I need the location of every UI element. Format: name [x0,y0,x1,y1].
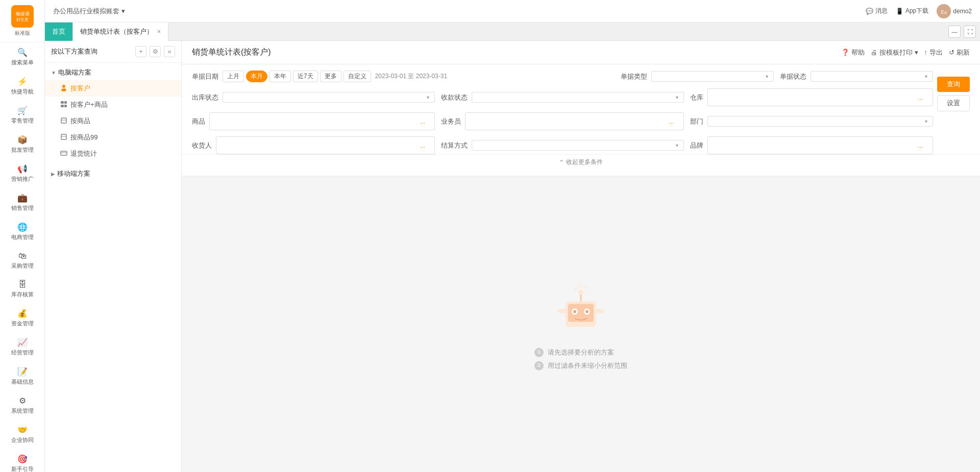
payment-select[interactable]: ▾ [472,140,684,151]
sidebar-item-marketing[interactable]: 📢 营销推广 [0,159,44,188]
sidebar-item-purchase[interactable]: 🛍 采购管理 [0,246,44,275]
export-label: 导出 [929,48,943,57]
scheme-item-goods99[interactable]: 按商品99 [45,129,181,146]
receiver-input[interactable]: ... [216,136,435,154]
gear-icon: ⚙ [153,48,158,55]
sidebar-label-enterprise: 企业协同 [11,436,34,444]
payment-label: 结算方式 [441,141,468,150]
settings-scheme-btn[interactable]: ⚙ [150,46,161,57]
sidebar-item-basic[interactable]: 📝 基础信息 [0,362,44,391]
help-btn[interactable]: ❓ 帮助 [841,48,865,57]
sidebar-item-wholesale[interactable]: 📦 批发管理 [0,130,44,159]
add-icon: + [139,48,142,55]
print-icon: 🖨 [871,49,877,56]
receipt-status-select[interactable]: ▾ [472,92,684,103]
brand-input[interactable]: ... [707,136,933,154]
department-select[interactable]: ▾ [707,116,933,127]
payment-chevron: ▾ [676,143,678,148]
retail-icon: 🛒 [17,106,28,115]
empty-tips: ① 请先选择要分析的方案 ② 用过滤条件来缩小分析范围 [534,348,627,370]
sidebar-item-operation[interactable]: 📈 经营管理 [0,333,44,362]
date-btn-this-year[interactable]: 本年 [270,70,291,82]
date-btn-custom[interactable]: 自定义 [344,70,371,82]
sidebar-item-sales[interactable]: 💼 销售管理 [0,188,44,217]
date-btn-prev-month[interactable]: 上月 [223,70,244,82]
collapse-up-icon: ⌃ [559,159,564,166]
sidebar-label-purchase: 采购管理 [11,262,34,270]
message-btn[interactable]: 💬 消息 [866,7,888,15]
svg-rect-13 [61,134,66,139]
sidebar: 畅捷通 好生意 标准版 🔍 搜索菜单 ⚡ 快捷导航 🛒 零售管理 📦 批发管理 … [0,0,45,472]
user-avatar: Ea [937,4,951,18]
empty-illustration [550,278,611,340]
export-btn[interactable]: ↑ 导出 [924,48,943,57]
tab-close-icon[interactable]: × [157,28,161,35]
sidebar-label-ecommerce: 电商管理 [11,233,34,241]
date-filter-cell: 单据日期 上月 本月 本年 近7天 更多 自定义 2023-03-01 至 20… [192,70,447,82]
department-label: 部门 [690,117,703,126]
sidebar-item-enterprise[interactable]: 🤝 企业协同 [0,420,44,449]
query-button[interactable]: 查询 [937,77,970,92]
doc-status-select[interactable]: ▾ [811,71,933,82]
filter-body: 单据日期 上月 本月 本年 近7天 更多 自定义 2023-03-01 至 20… [192,70,933,154]
date-btn-more[interactable]: 更多 [320,70,341,82]
filter-area: 单据日期 上月 本月 本年 近7天 更多 自定义 2023-03-01 至 20… [182,64,980,176]
customer-icon [60,84,67,93]
add-scheme-btn[interactable]: + [135,46,146,57]
industry-dropdown[interactable]: 办公用品行业模拟账套 ▾ [53,7,125,16]
doc-type-chevron: ▾ [766,74,768,79]
collapse-panel-btn[interactable]: « [164,46,175,57]
app-download-btn[interactable]: 📱 App下载 [896,7,928,15]
print-dropdown-icon: ▾ [915,49,918,56]
sidebar-item-system[interactable]: ⚙ 系统管理 [0,391,44,420]
svg-rect-15 [61,151,67,155]
salesperson-filter: 业务员 ... [441,112,684,130]
sidebar-item-search[interactable]: 🔍 搜索菜单 [0,42,44,72]
sidebar-item-inventory[interactable]: 🗄 库存核算 [0,275,44,303]
tab-minimize-btn[interactable]: — [948,26,961,38]
settings-button[interactable]: 设置 [937,95,970,111]
marketing-icon: 📢 [17,164,28,174]
sidebar-item-finance[interactable]: 💰 资金管理 [0,303,44,333]
active-tab-label: 销货单统计表（按客户） [80,27,153,36]
download-label: App下载 [905,7,928,15]
scheme-goods-label: 按商品 [70,116,90,126]
goods-input[interactable]: ... [209,112,435,130]
help-label: 帮助 [851,48,865,57]
tab-sales-stats[interactable]: 销货单统计表（按客户） × [73,22,168,41]
desktop-group-header[interactable]: ▼ 电脑端方案 [45,65,181,80]
template-print-btn[interactable]: 🖨 按模板打印 ▾ [871,48,918,57]
sidebar-item-quicknav[interactable]: ⚡ 快捷导航 [0,72,44,101]
returns-icon [60,150,67,158]
sidebar-item-retail[interactable]: 🛒 零售管理 [0,101,44,130]
mobile-group-header[interactable]: ▶ 移动端方案 [45,166,181,181]
sidebar-item-newbie[interactable]: 🎯 新手引导 [0,449,44,472]
sidebar-item-ecommerce[interactable]: 🌐 电商管理 [0,217,44,246]
scheme-item-goods[interactable]: 按商品 [45,113,181,129]
scheme-item-customer-goods[interactable]: 按客户+商品 [45,97,181,113]
sidebar-label-search: 搜索菜单 [11,59,34,66]
system-icon: ⚙ [19,396,26,406]
out-status-select[interactable]: ▾ [223,92,435,103]
tab-maximize-btn[interactable]: ⛶ [964,26,976,38]
warehouse-input[interactable]: ... [707,88,933,106]
date-btn-this-month[interactable]: 本月 [246,70,267,82]
scheme-item-returns[interactable]: 退货统计 [45,146,181,162]
tab-home[interactable]: 首页 [45,22,73,41]
download-icon: 📱 [896,8,903,15]
salesperson-input[interactable]: ... [465,112,684,130]
collapse-filter-btn[interactable]: ⌃ 收起更多条件 [182,154,980,170]
svg-rect-7 [61,101,64,104]
date-btn-7days[interactable]: 近7天 [293,70,318,82]
dept-chevron: ▾ [925,119,927,124]
sidebar-label-wholesale: 批发管理 [11,146,34,154]
salesperson-dots: ... [665,115,678,127]
user-profile-btn[interactable]: Ea demo2 [937,4,972,18]
department-filter: 部门 ▾ [690,116,933,127]
doc-status-chevron: ▾ [925,74,927,79]
sidebar-label-finance: 资金管理 [11,320,34,327]
doc-type-select[interactable]: ▾ [651,71,774,82]
refresh-btn[interactable]: ↺ 刷新 [949,48,970,57]
svg-rect-10 [64,105,67,107]
scheme-item-customer[interactable]: 按客户 [45,80,181,97]
